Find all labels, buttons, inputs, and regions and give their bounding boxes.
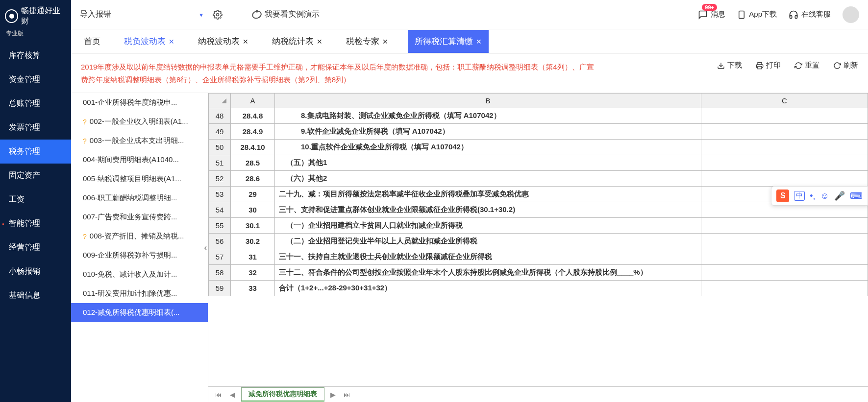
- spreadsheet[interactable]: A B C 4828.4.8 8.集成电路封装、测试企业减免企业所得税（填写 A…: [208, 93, 868, 386]
- nav-item[interactable]: 固定资产: [0, 164, 71, 188]
- cell[interactable]: 29: [231, 187, 275, 202]
- cell[interactable]: （六）其他2: [275, 171, 701, 187]
- form-list-item[interactable]: 005-纳税调整项目明细表(A1...: [71, 169, 208, 189]
- form-list-item[interactable]: 007-广告费和业务宣传费跨...: [71, 208, 208, 227]
- row-header[interactable]: 54: [209, 202, 231, 218]
- close-icon[interactable]: ✕: [243, 38, 248, 46]
- cell[interactable]: 二十九、减：项目所得额按法定税率减半征收企业所得税叠加享受减免税优惠: [275, 187, 701, 202]
- col-header-c[interactable]: C: [701, 94, 868, 108]
- close-icon[interactable]: ✕: [169, 38, 174, 46]
- cell[interactable]: [701, 265, 868, 281]
- online-service-button[interactable]: 在线客服: [789, 10, 831, 20]
- form-list-item[interactable]: 012-减免所得税优惠明细表(...: [71, 303, 208, 322]
- nav-item[interactable]: 总账管理: [0, 92, 71, 116]
- tab[interactable]: 首页: [80, 31, 104, 52]
- cell[interactable]: 28.6: [231, 171, 275, 187]
- cell[interactable]: 28.4.8: [231, 108, 275, 124]
- cell[interactable]: [701, 218, 868, 234]
- print-button[interactable]: 打印: [756, 61, 781, 70]
- row-header[interactable]: 56: [209, 234, 231, 249]
- nav-item[interactable]: 智能管理: [0, 212, 71, 236]
- cell[interactable]: 31: [231, 249, 275, 265]
- row-header[interactable]: 59: [209, 281, 231, 296]
- close-icon[interactable]: ✕: [476, 38, 482, 46]
- nav-item[interactable]: 工资: [0, 188, 71, 212]
- nav-item[interactable]: 资金管理: [0, 68, 71, 92]
- col-header-a[interactable]: A: [231, 94, 275, 108]
- cell[interactable]: [701, 249, 868, 265]
- ime-bar[interactable]: S 中 •, ☺ 🎤 ⌨: [771, 186, 868, 206]
- demo-link[interactable]: 我要看实例演示: [252, 9, 320, 20]
- cell[interactable]: 9.软件企业减免企业所得税（填写 A107042）: [275, 124, 701, 140]
- cell[interactable]: [701, 124, 868, 140]
- cell[interactable]: 30.1: [231, 218, 275, 234]
- form-list-item[interactable]: 006-职工薪酬纳税调整明细...: [71, 189, 208, 208]
- sheet-nav-last-icon[interactable]: ⏭: [342, 391, 352, 399]
- sheet-nav-prev-icon[interactable]: ◀: [228, 391, 237, 399]
- cell[interactable]: [701, 140, 868, 155]
- download-button[interactable]: 下载: [717, 61, 742, 70]
- form-list-item[interactable]: ?003-一般企业成本支出明细...: [71, 131, 208, 150]
- ime-mic-icon[interactable]: 🎤: [834, 190, 845, 201]
- breadcrumb[interactable]: 导入报错 ▾: [80, 9, 203, 20]
- form-list-item[interactable]: 011-研发费用加计扣除优惠...: [71, 284, 208, 303]
- row-header[interactable]: 53: [209, 187, 231, 202]
- cell[interactable]: 10.重点软件企业减免企业所得税（填写 A107042）: [275, 140, 701, 155]
- messages-button[interactable]: 99+ 消息: [698, 10, 725, 20]
- cell[interactable]: （一）企业招用建档立卡贫困人口就业扣减企业所得税: [275, 218, 701, 234]
- cell[interactable]: 32: [231, 265, 275, 281]
- ime-punct-icon[interactable]: •,: [810, 191, 815, 201]
- cell[interactable]: 三十、支持和促进重点群体创业就业企业限额减征企业所得税(30.1+30.2): [275, 202, 701, 218]
- form-list[interactable]: 001-企业所得税年度纳税申...?002-一般企业收入明细表(A1...?00…: [71, 93, 208, 402]
- row-header[interactable]: 52: [209, 171, 231, 187]
- cell[interactable]: 30.2: [231, 234, 275, 249]
- tab[interactable]: 税负波动表✕: [120, 31, 178, 52]
- sheet-nav-first-icon[interactable]: ⏮: [213, 391, 224, 399]
- reset-button[interactable]: 重置: [794, 61, 819, 70]
- cell[interactable]: 33: [231, 281, 275, 296]
- cell[interactable]: （五）其他1: [275, 155, 701, 171]
- cell[interactable]: [701, 171, 868, 187]
- cell[interactable]: 8.集成电路封装、测试企业减免企业所得税（填写 A107042）: [275, 108, 701, 124]
- form-list-item[interactable]: 010-免税、减计收入及加计...: [71, 265, 208, 284]
- form-list-item[interactable]: 009-企业所得税弥补亏损明...: [71, 246, 208, 265]
- avatar[interactable]: [843, 6, 859, 23]
- gear-icon[interactable]: [213, 10, 223, 20]
- nav-item[interactable]: 小畅报销: [0, 260, 71, 284]
- nav-item[interactable]: 库存核算: [0, 44, 71, 68]
- nav-item[interactable]: 发票管理: [0, 116, 71, 140]
- cell[interactable]: [701, 108, 868, 124]
- form-list-item[interactable]: 001-企业所得税年度纳税申...: [71, 93, 208, 112]
- close-icon[interactable]: ✕: [317, 38, 322, 46]
- cell[interactable]: （二）企业招用登记失业半年以上人员就业扣减企业所得税: [275, 234, 701, 249]
- cell[interactable]: 三十一、扶持自主就业退役士兵创业就业企业限额减征企业所得税: [275, 249, 701, 265]
- tab[interactable]: 所得税汇算清缴✕: [408, 30, 489, 53]
- app-download-button[interactable]: App下载: [737, 9, 777, 20]
- form-list-item[interactable]: ?002-一般企业收入明细表(A1...: [71, 112, 208, 131]
- select-all-corner[interactable]: [209, 94, 231, 108]
- chevron-down-icon[interactable]: ▾: [199, 11, 203, 19]
- ime-emoji-icon[interactable]: ☺: [820, 191, 829, 201]
- row-header[interactable]: 49: [209, 124, 231, 140]
- sheet-nav-next-icon[interactable]: ▶: [328, 391, 338, 399]
- cell[interactable]: 合计（1+2+...+28-29+30+31+32）: [275, 281, 701, 296]
- tab[interactable]: 税检专家✕: [342, 31, 392, 52]
- cell[interactable]: [701, 155, 868, 171]
- row-header[interactable]: 50: [209, 140, 231, 155]
- ime-lang-button[interactable]: 中: [794, 191, 805, 201]
- tab[interactable]: 纳税统计表✕: [268, 31, 326, 52]
- row-header[interactable]: 48: [209, 108, 231, 124]
- cell[interactable]: [701, 281, 868, 296]
- nav-item[interactable]: 税务管理: [0, 140, 71, 164]
- nav-item[interactable]: 经营管理: [0, 236, 71, 260]
- sheet-tab-active[interactable]: 减免所得税优惠明细表: [241, 387, 324, 402]
- cell[interactable]: [701, 234, 868, 249]
- tab[interactable]: 纳税波动表✕: [194, 31, 252, 52]
- ime-keyboard-icon[interactable]: ⌨: [850, 190, 863, 201]
- close-icon[interactable]: ✕: [382, 38, 388, 46]
- row-header[interactable]: 51: [209, 155, 231, 171]
- cell[interactable]: 28.4.10: [231, 140, 275, 155]
- form-list-item[interactable]: 004-期间费用明细表(A1040...: [71, 150, 208, 169]
- cell[interactable]: 28.4.9: [231, 124, 275, 140]
- form-list-item[interactable]: ?008-资产折旧、摊销及纳税...: [71, 227, 208, 246]
